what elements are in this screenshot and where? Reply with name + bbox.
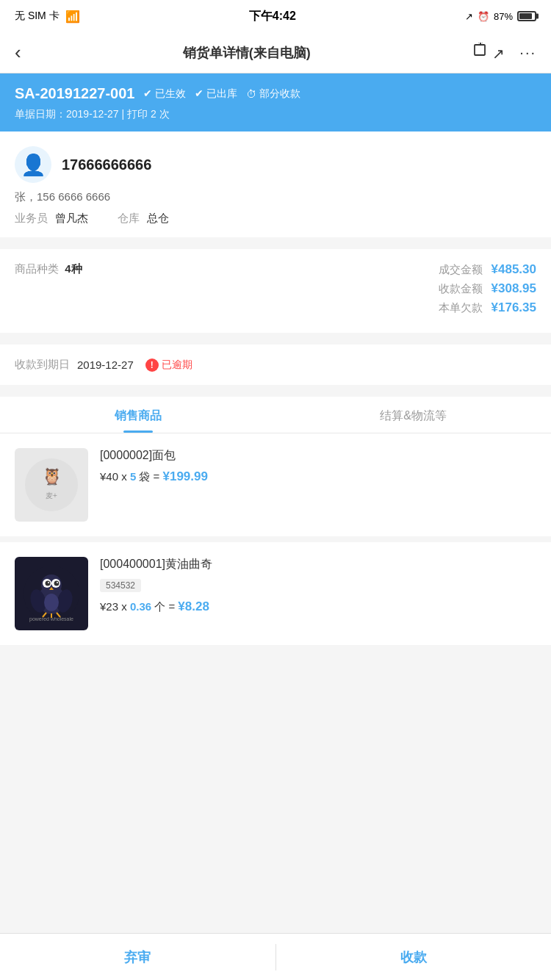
svg-point-11 [54,581,60,586]
overdue-badge: ! 已逾期 [145,359,192,372]
tabs-container: 销售商品 结算&物流等 [0,397,551,433]
collected-amount-row: 收款金额 ¥308.95 [439,281,536,296]
debt-label: 本单欠款 [439,301,483,315]
product-total-1: ¥199.99 [163,469,208,483]
order-print: 打印 2 次 [127,108,170,120]
alarm-icon: ⏰ [478,11,489,22]
summary-grid: 商品种类 4种 成交金额 ¥485.30 收款金额 ¥308.95 本单欠款 ¥… [15,262,536,320]
battery-percent: 87% [494,11,513,22]
divider-2 [0,339,551,345]
back-button[interactable]: ‹ [15,41,21,64]
tab-settlement[interactable]: 结算&物流等 [276,397,551,433]
avatar: 👤 [15,146,51,183]
svg-point-13 [57,582,58,583]
wifi-icon: 📶 [65,10,80,24]
debt-value: ¥176.35 [491,300,536,315]
carrier-text: 无 SIM 卡 [15,10,60,23]
customer-info-row: 业务员 曾凡杰 仓库 总仓 [15,212,536,226]
product-count-label: 商品种类 [15,262,59,275]
overdue-icon: ! [145,359,159,372]
product-name-2: [000400001]黄油曲奇 [100,557,536,572]
summary-right: 成交金额 ¥485.30 收款金额 ¥308.95 本单欠款 ¥176.35 [439,262,536,320]
product-image-2: powered wholesale [15,557,88,630]
divider-3 [0,391,551,397]
product-qty-1: 5 [130,470,136,483]
due-label: 收款到期日 [15,358,70,372]
svg-rect-0 [475,45,485,55]
collect-button[interactable]: 收款 [276,934,552,980]
cancel-button[interactable]: 弃审 [0,934,276,980]
product-tag-2: 534532 [100,579,141,592]
product-count-value: 4种 [65,262,82,275]
due-section: 收款到期日 2019-12-27 ! 已逾期 [0,345,551,385]
deal-amount-value: ¥485.30 [491,262,536,277]
badge-effective: ✔ 已生效 [143,87,186,101]
salesman-value: 曾凡杰 [55,212,88,224]
product-price-1: ¥40 x 5 袋 = ¥199.99 [100,469,536,484]
badge-partial-payment: ⏱ 部分收款 [246,87,300,101]
summary-left: 商品种类 4种 [15,262,82,276]
salesman-label: 业务员 [15,212,48,224]
status-right: ↗ ⏰ 87% [465,11,536,22]
svg-text:powered wholesale: powered wholesale [29,616,73,622]
salesman-info: 业务员 曾凡杰 [15,212,88,226]
product-image-1: 🦉 麦+ [15,448,88,522]
clock-icon: ⏱ [246,88,256,100]
location-icon: ↗ [465,11,473,22]
order-id: SA-20191227-001 [15,85,134,102]
status-time: 下午4:42 [249,9,296,24]
collected-label: 收款金额 [439,282,483,296]
deal-amount-row: 成交金额 ¥485.30 [439,262,536,277]
product-qty-2: 0.36 [130,600,151,613]
svg-text:麦+: 麦+ [46,491,57,500]
status-bar: 无 SIM 卡 📶 下午4:42 ↗ ⏰ 87% [0,0,551,32]
due-value: 2019-12-27 [77,359,134,371]
product-item-1: 🦉 麦+ [0000002]面包 ¥40 x 5 袋 = ¥199.99 [0,433,551,536]
customer-id: 17666666666 [62,156,151,173]
svg-point-10 [46,581,51,586]
warehouse-label: 仓库 [118,212,140,224]
bottom-bar: 弃审 收款 [0,933,551,980]
nav-actions: ↗ ··· [472,43,536,62]
nav-bar: ‹ 销货单详情(来自电脑) ↗ ··· [0,32,551,73]
product-total-2: ¥8.28 [178,599,209,613]
page-title: 销货单详情(来自电脑) [183,44,311,62]
status-left: 无 SIM 卡 📶 [15,10,80,24]
customer-row: 👤 17666666666 [15,146,536,183]
svg-point-20 [44,594,59,611]
products-list: 🦉 麦+ [0000002]面包 ¥40 x 5 袋 = ¥199.99 [0,433,551,710]
overdue-text: 已逾期 [162,359,192,372]
product-item-2: powered wholesale [000400001]黄油曲奇 534532… [0,542,551,645]
tab-sales-products[interactable]: 销售商品 [0,397,276,433]
order-meta: 单据日期：2019-12-27 | 打印 2 次 [15,108,536,121]
product-info-1: [0000002]面包 ¥40 x 5 袋 = ¥199.99 [100,448,536,484]
product-name-1: [0000002]面包 [100,448,536,464]
collected-value: ¥308.95 [491,281,536,296]
svg-point-12 [48,582,49,583]
product-info-2: [000400001]黄油曲奇 534532 ¥23 x 0.36 个 = ¥8… [100,557,536,614]
order-header: SA-20191227-001 ✔ 已生效 ✔ 已出库 ⏱ 部分收款 单据日期：… [0,73,551,131]
divider-1 [0,243,551,249]
debt-row: 本单欠款 ¥176.35 [439,300,536,315]
share-button[interactable]: ↗ [472,43,505,62]
warehouse-info: 仓库 总仓 [118,212,169,226]
product-price-2: ¥23 x 0.36 个 = ¥8.28 [100,599,536,614]
customer-detail: 张，156 6666 6666 [15,190,536,204]
customer-section: 👤 17666666666 张，156 6666 6666 业务员 曾凡杰 仓库… [0,131,551,237]
summary-section: 商品种类 4种 成交金额 ¥485.30 收款金额 ¥308.95 本单欠款 ¥… [0,249,551,333]
badge-shipped: ✔ 已出库 [195,87,237,101]
warehouse-value: 总仓 [147,212,169,224]
more-button[interactable]: ··· [519,44,536,61]
svg-text:🦉: 🦉 [42,466,62,486]
order-date: 单据日期：2019-12-27 [15,108,119,120]
deal-amount-label: 成交金额 [439,263,483,277]
battery-icon [517,11,536,21]
avatar-icon: 👤 [21,153,46,177]
